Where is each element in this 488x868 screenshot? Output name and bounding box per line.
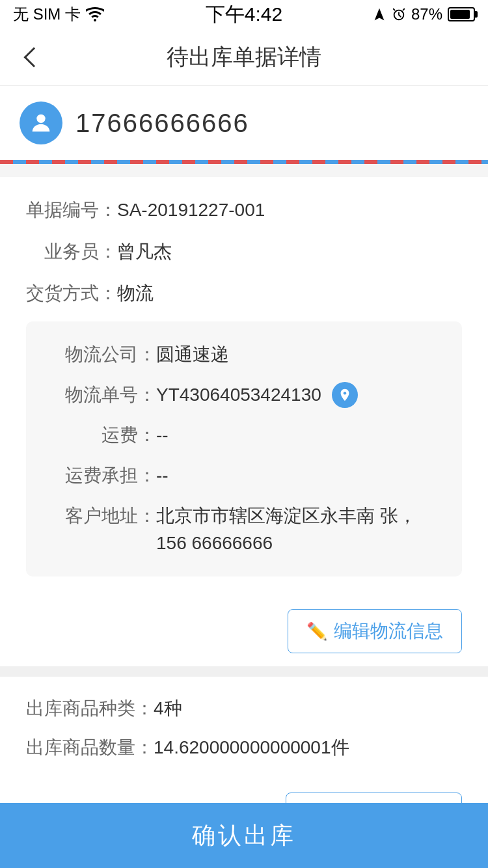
- goods-quantity-label: 出库商品数量：: [26, 735, 154, 760]
- delivery-method-label: 交货方式：: [26, 280, 117, 307]
- goods-types-value: 4种: [154, 696, 462, 721]
- freight-label: 运费：: [52, 422, 156, 449]
- carrier-label: 无 SIM 卡: [13, 4, 81, 25]
- address-row: 客户地址： 北京市市辖区海淀区永丰南 张，156 66666666: [52, 502, 436, 557]
- location-arrow-icon: [372, 7, 386, 21]
- status-bar: 无 SIM 卡 下午4:42 87%: [0, 0, 488, 29]
- battery-icon: [448, 7, 475, 21]
- freight-value: --: [156, 422, 436, 449]
- confirm-outbound-button[interactable]: 确认出库: [0, 803, 488, 868]
- logistics-company-value: 圆通速递: [156, 341, 436, 368]
- edit-section: ✏️ 编辑物流信息: [0, 596, 488, 666]
- goods-quantity-value: 14.620000000000001件: [154, 735, 462, 760]
- confirm-section: 确认出库: [0, 803, 488, 868]
- tracking-no-value: YT43064053424130: [156, 381, 436, 409]
- logistics-card: 物流公司： 圆通速递 物流单号： YT43064053424130 运费： --: [26, 321, 462, 576]
- edit-icon: ✏️: [306, 621, 327, 642]
- goods-quantity-row: 出库商品数量： 14.620000000000001件: [26, 735, 462, 760]
- freight-bearer-label: 运费承担：: [52, 462, 156, 489]
- back-arrow-icon: [23, 47, 44, 67]
- page-title: 待出库单据详情: [167, 42, 321, 72]
- order-info-section: 单据编号： SA-20191227-001 业务员： 曾凡杰 交货方式： 物流 …: [0, 177, 488, 596]
- customer-phone: 17666666666: [75, 109, 249, 138]
- order-no-row: 单据编号： SA-20191227-001: [26, 197, 462, 224]
- tracking-number-text: YT43064053424130: [156, 381, 321, 409]
- address-value: 北京市市辖区海淀区永丰南 张，156 66666666: [156, 502, 436, 557]
- status-bar-right: 87%: [372, 5, 475, 23]
- wifi-icon: [86, 7, 104, 21]
- goods-types-label: 出库商品种类：: [26, 696, 154, 721]
- back-button[interactable]: [20, 43, 48, 72]
- order-no-label: 单据编号：: [26, 197, 117, 224]
- svg-point-1: [36, 115, 45, 123]
- freight-row: 运费： --: [52, 422, 436, 449]
- dashed-divider: [0, 160, 488, 164]
- logistics-company-label: 物流公司：: [52, 341, 156, 368]
- battery-percent: 87%: [411, 5, 442, 23]
- freight-bearer-row: 运费承担： --: [52, 462, 436, 489]
- avatar: [20, 102, 62, 144]
- status-bar-time: 下午4:42: [206, 1, 282, 28]
- alarm-icon: [392, 7, 406, 21]
- customer-section: 17666666666: [0, 86, 488, 160]
- freight-bearer-value: --: [156, 462, 436, 489]
- location-pin-icon: [338, 388, 352, 402]
- user-icon: [28, 110, 54, 136]
- tracking-no-row: 物流单号： YT43064053424130: [52, 381, 436, 409]
- goods-types-row: 出库商品种类： 4种: [26, 696, 462, 721]
- edit-logistics-button[interactable]: ✏️ 编辑物流信息: [288, 609, 462, 653]
- edit-btn-label: 编辑物流信息: [334, 619, 443, 644]
- delivery-method-value: 物流: [117, 280, 462, 307]
- tracking-location-button[interactable]: [332, 382, 358, 408]
- order-no-value: SA-20191227-001: [117, 197, 462, 224]
- salesman-value: 曾凡杰: [117, 238, 462, 265]
- salesman-row: 业务员： 曾凡杰: [26, 238, 462, 265]
- delivery-method-row: 交货方式： 物流: [26, 280, 462, 307]
- logistics-company-row: 物流公司： 圆通速递: [52, 341, 436, 368]
- tracking-no-label: 物流单号：: [52, 381, 156, 409]
- nav-bar: 待出库单据详情: [0, 29, 488, 86]
- section-divider: [0, 666, 488, 677]
- goods-section: 出库商品种类： 4种 出库商品数量： 14.620000000000001件: [0, 677, 488, 780]
- address-label: 客户地址：: [52, 502, 156, 530]
- salesman-label: 业务员：: [26, 238, 117, 265]
- status-bar-left: 无 SIM 卡: [13, 4, 104, 25]
